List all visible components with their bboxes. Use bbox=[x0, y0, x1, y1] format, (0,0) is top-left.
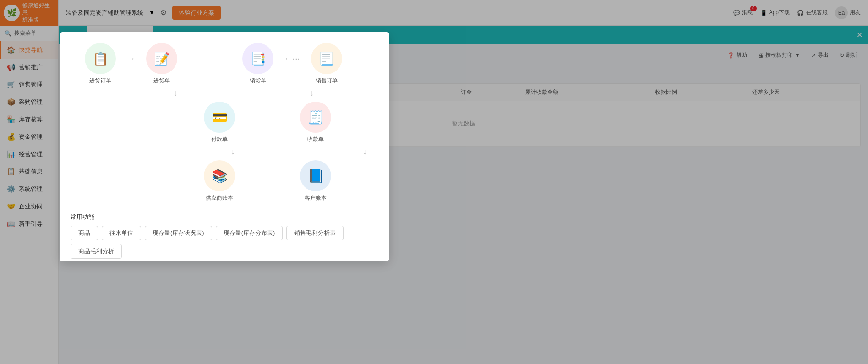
flow-row-3: 📚 供应商账本 📘 客户账本 bbox=[71, 160, 378, 202]
btn-goods[interactable]: 商品 bbox=[71, 226, 98, 240]
flow-item-sale-bill: 📑 销货单 bbox=[228, 43, 288, 85]
flow-item-supplier-book: 📚 供应商账本 bbox=[190, 160, 249, 202]
customer-book-label: 客户账本 bbox=[305, 194, 327, 202]
customer-book-circle: 📘 bbox=[300, 160, 331, 191]
flow-item-sale-order: 📃 销售订单 bbox=[297, 43, 356, 85]
btn-sales-margin[interactable]: 销售毛利分析表 bbox=[286, 226, 344, 240]
btn-partners[interactable]: 往来单位 bbox=[102, 226, 141, 240]
payment-bill-circle: 💳 bbox=[204, 102, 235, 133]
purchase-order-label: 进货订单 bbox=[89, 77, 111, 85]
flow-item-receipt-bill: 🧾 收款单 bbox=[286, 102, 345, 143]
flow-modal: 📋 进货订单 → 📝 进货单 📑 销货单 ←····· bbox=[60, 32, 389, 261]
common-functions: 常用功能 商品 往来单位 现存量(库存状况表) 现存量(库存分布表) 销售毛利分… bbox=[71, 213, 378, 261]
payment-bill-label: 付款单 bbox=[211, 136, 228, 143]
supplier-book-label: 供应商账本 bbox=[206, 194, 233, 202]
sale-bill-label: 销货单 bbox=[250, 77, 266, 85]
btn-goods-margin[interactable]: 商品毛利分析 bbox=[71, 244, 122, 259]
sale-order-circle: 📃 bbox=[311, 43, 342, 74]
btn-stock-status[interactable]: 现存量(库存状况表) bbox=[145, 226, 212, 240]
arrow-down-receipt: ↓ bbox=[352, 147, 379, 157]
btn-stock-dist[interactable]: 现存量(库存分布表) bbox=[216, 226, 283, 240]
common-buttons-row: 商品 往来单位 现存量(库存状况表) 现存量(库存分布表) 销售毛利分析表 商品… bbox=[71, 226, 378, 259]
sale-order-label: 销售订单 bbox=[316, 77, 338, 85]
arrow-down-payment: ↓ bbox=[219, 147, 246, 157]
flow-arrows-down-2: ↓ ↓ bbox=[71, 147, 378, 157]
arrow-down-sale: ↓ bbox=[296, 88, 328, 98]
modal-overlay[interactable]: 📋 进货订单 → 📝 进货单 📑 销货单 ←····· bbox=[0, 0, 868, 364]
flow-item-payment-bill: 💳 付款单 bbox=[190, 102, 249, 143]
supplier-book-circle: 📚 bbox=[204, 160, 235, 191]
purchase-bill-label: 进货单 bbox=[153, 77, 170, 85]
common-title: 常用功能 bbox=[71, 213, 378, 221]
purchase-bill-circle: 📝 bbox=[146, 43, 177, 74]
flow-arrows-down: ↓ ↓ bbox=[71, 88, 378, 98]
purchase-order-circle: 📋 bbox=[85, 43, 116, 74]
receipt-bill-label: 收款单 bbox=[307, 136, 324, 143]
receipt-bill-circle: 🧾 bbox=[300, 102, 331, 133]
arrow-down-purchase: ↓ bbox=[160, 88, 191, 98]
flow-item-purchase-order: 📋 进货订单 bbox=[71, 43, 130, 85]
flow-row-1: 📋 进货订单 → 📝 进货单 📑 销货单 ←····· bbox=[71, 43, 378, 85]
flow-item-purchase-bill: 📝 进货单 bbox=[132, 43, 191, 85]
flow-row-2: 💳 付款单 🧾 收款单 bbox=[71, 102, 378, 143]
sale-bill-circle: 📑 bbox=[242, 43, 273, 74]
flow-item-customer-book: 📘 客户账本 bbox=[286, 160, 345, 202]
flow-section: 📋 进货订单 → 📝 进货单 📑 销货单 ←····· bbox=[71, 43, 378, 206]
